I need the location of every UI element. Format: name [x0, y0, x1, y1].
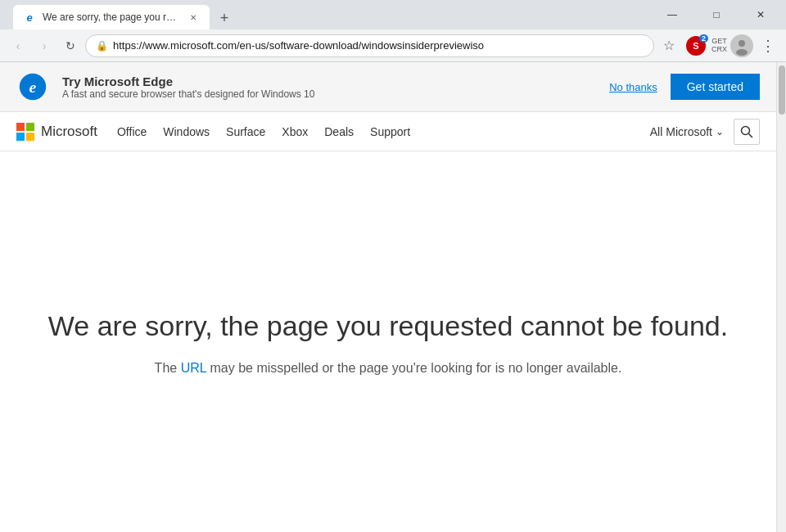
svg-line-5 — [749, 133, 753, 138]
crx-button[interactable]: GET CRX — [711, 38, 727, 54]
error-subtitle: The URL may be misspelled or the page yo… — [155, 361, 622, 376]
address-bar: ‹ › ↻ 🔒 https://www.microsoft.com/en-us/… — [0, 29, 786, 62]
search-icon — [740, 125, 753, 138]
content-area: e Try Microsoft Edge A fast and secure b… — [0, 62, 786, 532]
nav-link-xbox[interactable]: Xbox — [282, 125, 308, 138]
chevron-down-icon: ⌄ — [716, 126, 724, 138]
toolbar-buttons: S 2 GET CRX ⋮ — [684, 34, 779, 57]
bookmark-icon[interactable]: ☆ — [657, 34, 680, 57]
refresh-button[interactable]: ↻ — [59, 34, 82, 57]
ms-logo-yellow — [26, 133, 34, 141]
ms-logo-text: Microsoft — [41, 124, 97, 140]
error-subtitle-after: may be misspelled or the page you're loo… — [206, 361, 621, 375]
ms-nav-right: All Microsoft ⌄ — [650, 119, 760, 145]
forward-button[interactable]: › — [33, 34, 56, 57]
minimize-button[interactable]: — — [653, 2, 691, 28]
maximize-button[interactable]: □ — [698, 2, 735, 28]
nav-link-office[interactable]: Office — [117, 125, 147, 138]
edge-actions: No thanks Get started — [609, 74, 760, 100]
error-title: We are sorry, the page you requested can… — [48, 308, 728, 344]
lock-icon: 🔒 — [96, 40, 108, 52]
tab-favicon: e — [23, 11, 36, 24]
no-thanks-link[interactable]: No thanks — [609, 81, 657, 93]
edge-logo: e — [16, 70, 49, 103]
ms-logo[interactable]: Microsoft — [16, 123, 97, 141]
svg-point-0 — [739, 40, 745, 47]
all-microsoft-label: All Microsoft — [650, 125, 712, 138]
ms-logo-green — [26, 123, 34, 131]
badge-letter: S — [693, 41, 698, 51]
new-tab-button[interactable]: + — [213, 7, 236, 29]
scrollbar-thumb[interactable] — [779, 65, 785, 115]
tab-bar: e We are sorry, the page you requ... ✕ + — [7, 0, 650, 29]
title-bar: e We are sorry, the page you requ... ✕ +… — [0, 0, 786, 29]
edge-banner: e Try Microsoft Edge A fast and secure b… — [0, 62, 776, 112]
svg-point-4 — [742, 126, 750, 134]
scrollbar[interactable] — [776, 62, 786, 532]
close-button[interactable]: ✕ — [742, 2, 779, 28]
edge-banner-subtitle: A fast and secure browser that's designe… — [62, 88, 314, 100]
all-microsoft-button[interactable]: All Microsoft ⌄ — [650, 125, 724, 138]
extension-badge[interactable]: S 2 — [684, 34, 708, 57]
back-button[interactable]: ‹ — [7, 34, 29, 57]
error-content: We are sorry, the page you requested can… — [0, 151, 776, 532]
ms-nav-links: Office Windows Surface Xbox Deals Suppor… — [117, 125, 410, 138]
nav-link-support[interactable]: Support — [370, 125, 410, 138]
svg-point-1 — [736, 49, 748, 56]
crx-label2: CRX — [711, 46, 727, 54]
edge-text: Try Microsoft Edge A fast and secure bro… — [62, 74, 314, 100]
active-tab[interactable]: e We are sorry, the page you requ... ✕ — [13, 5, 210, 29]
ms-nav: Microsoft Office Windows Surface Xbox De… — [0, 112, 776, 151]
profile-avatar — [732, 36, 752, 56]
edge-logo-icon: e — [18, 72, 47, 101]
nav-link-deals[interactable]: Deals — [324, 125, 354, 138]
ms-logo-blue — [16, 133, 25, 141]
tab-close-button[interactable]: ✕ — [187, 11, 200, 24]
error-subtitle-url: URL — [181, 361, 206, 375]
get-started-button[interactable]: Get started — [671, 74, 760, 100]
more-options-button[interactable]: ⋮ — [757, 34, 779, 57]
search-button[interactable] — [734, 119, 760, 145]
ms-logo-grid — [16, 123, 34, 141]
nav-link-windows[interactable]: Windows — [163, 125, 210, 138]
nav-link-surface[interactable]: Surface — [226, 125, 265, 138]
address-field[interactable]: 🔒 https://www.microsoft.com/en-us/softwa… — [85, 34, 654, 57]
url-text: https://www.microsoft.com/en-us/software… — [113, 39, 644, 52]
ms-logo-red — [16, 123, 25, 131]
tab-title: We are sorry, the page you requ... — [43, 11, 180, 23]
badge-count: 2 — [699, 34, 708, 43]
page-content: e Try Microsoft Edge A fast and secure b… — [0, 62, 776, 532]
edge-banner-title: Try Microsoft Edge — [62, 74, 314, 88]
profile-button[interactable] — [730, 34, 753, 57]
svg-text:e: e — [29, 78, 37, 96]
error-subtitle-before: The — [155, 361, 181, 375]
window-controls: — □ ✕ — [653, 2, 779, 28]
